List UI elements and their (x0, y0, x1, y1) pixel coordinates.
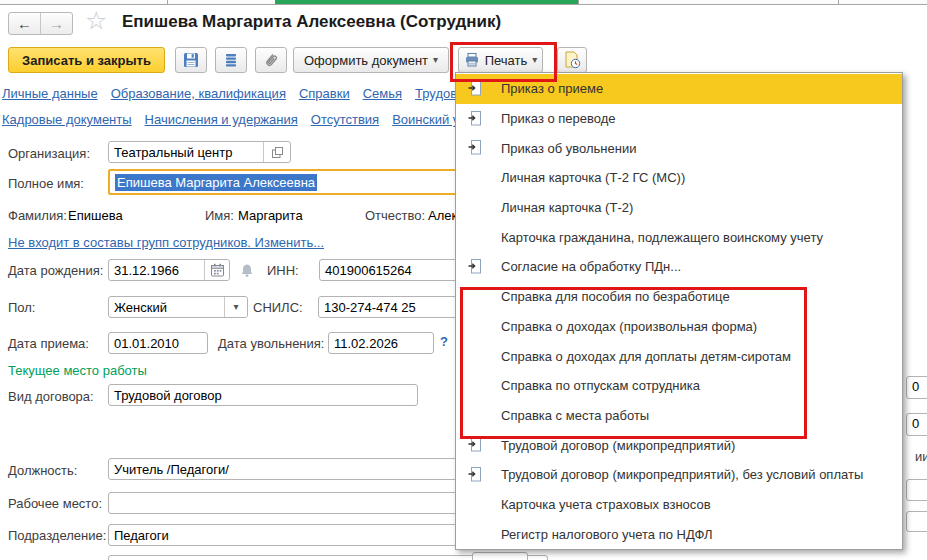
forward-arrow-icon: → (49, 15, 64, 32)
clipped-field-right-3[interactable] (906, 479, 927, 501)
tab-separator (167, 0, 168, 4)
chevron-down-icon: ▾ (532, 55, 537, 65)
menu-item-personal-card-t2[interactable]: Личная карточка (Т-2) (456, 193, 902, 223)
forward-button[interactable]: → (41, 13, 72, 34)
menu-item-personal-data-consent[interactable]: Согласие на обработку ПДн... (456, 252, 902, 282)
tab-family[interactable]: Семья (363, 86, 402, 101)
surname-value: Епишева (68, 208, 123, 223)
menu-item-hiring-order[interactable]: Приказ о приеме (456, 74, 902, 104)
menu-item-insurance-card[interactable]: Карточка учета страховых взносов (456, 490, 902, 520)
clipped-field-right-1[interactable]: 0 (906, 376, 927, 399)
birth-date-label: Дата рождения: (8, 263, 103, 278)
tab-hr-documents[interactable]: Кадровые документы (2, 112, 132, 127)
surname-label: Фамилия: (8, 208, 67, 223)
menu-item-micro-contract[interactable]: Трудовой договор (микропредприятий) (456, 430, 902, 460)
save-and-close-button[interactable]: Записать и закрыть (8, 47, 165, 73)
tab-accruals[interactable]: Начисления и удержания (145, 112, 298, 127)
calendar-picker-button[interactable] (204, 260, 229, 280)
menu-item-label: Личная карточка (Т-2 ГС (МС)) (501, 170, 685, 185)
menu-item-personal-card-t2gs[interactable]: Личная карточка (Т-2 ГС (МС)) (456, 163, 902, 193)
menu-item-ndfl-register[interactable]: Регистр налогового учета по НДФЛ (456, 519, 902, 549)
attachments-button[interactable] (255, 47, 287, 73)
create-document-button[interactable]: Оформить документ ▾ (293, 47, 449, 73)
menu-item-label: Согласие на обработку ПДн... (501, 259, 681, 274)
fire-date-value: 11.02.2026 (334, 336, 398, 351)
hire-date-field[interactable]: 01.01.2010 (108, 332, 208, 354)
contract-type-label: Вид договора: (8, 389, 94, 404)
menu-item-unemployment-certificate[interactable]: Справка для пособия по безработице (456, 282, 902, 312)
birth-date-field[interactable]: 31.12.1966 (108, 259, 230, 281)
print-form-icon (467, 139, 485, 157)
tab-certificates[interactable]: Справки (299, 86, 350, 101)
chevron-down-icon: ▾ (433, 55, 438, 65)
sex-combo[interactable]: Женский ▾ (108, 296, 248, 318)
menu-item-dismissal-order[interactable]: Приказ об увольнении (456, 133, 902, 163)
hire-date-label: Дата приема: (8, 336, 89, 351)
read-record-button[interactable] (215, 47, 247, 73)
tab-personal-data[interactable]: Личные данные (2, 86, 98, 101)
birth-date-value: 31.12.1966 (114, 263, 179, 278)
sex-combo-arrow[interactable]: ▾ (224, 297, 247, 317)
history-nav-group: ← → (8, 12, 73, 35)
list-stack-icon (222, 51, 240, 69)
print-label: Печать (485, 53, 528, 68)
tab-separator (578, 0, 579, 4)
sex-label: Пол: (8, 300, 36, 315)
inn-label: ИНН: (267, 263, 299, 278)
menu-item-military-citizen-card[interactable]: Карточка гражданина, подлежащего воинско… (456, 222, 902, 252)
workplace-label: Рабочее место: (8, 496, 102, 511)
menu-item-employment-certificate[interactable]: Справка с места работы (456, 401, 902, 431)
printer-icon (464, 52, 480, 68)
menu-item-label: Справка по отпускам сотрудника (501, 378, 700, 393)
employee-card-window: ← → ☆ Епишева Маргарита Алексеевна (Сотр… (0, 0, 927, 560)
print-form-icon (467, 436, 485, 454)
document-history-button[interactable] (557, 47, 587, 73)
tab-absences[interactable]: Отсутствия (311, 112, 379, 127)
department-value: Педагоги (114, 528, 169, 543)
full-name-value-selected: Епишева Маргарита Алексеевна (115, 174, 317, 191)
document-clock-icon (562, 51, 582, 69)
menu-item-label: Регистр налогового учета по НДФЛ (501, 527, 712, 542)
page-title: Епишева Маргарита Алексеевна (Сотрудник) (122, 12, 501, 32)
organization-label: Организация: (8, 146, 90, 161)
chevron-down-icon: ▾ (233, 302, 238, 312)
menu-item-transfer-order[interactable]: Приказ о переводе (456, 104, 902, 134)
paperclip-icon (262, 51, 280, 69)
back-button[interactable]: ← (9, 13, 41, 34)
snils-label: СНИЛС: (253, 300, 303, 315)
fire-date-field[interactable]: 11.02.2026 (328, 332, 434, 354)
patronymic-label: Отчество: (365, 208, 425, 223)
contract-type-field[interactable]: Трудовой договор (108, 384, 418, 406)
favorites-star-icon[interactable]: ☆ (85, 6, 107, 34)
save-and-close-label: Записать и закрыть (22, 53, 151, 68)
partial-field-under-menu (472, 552, 528, 560)
current-workplace-section-header: Текущее место работы (8, 363, 147, 378)
menu-item-vacation-certificate[interactable]: Справка по отпускам сотрудника (456, 371, 902, 401)
name-label: Имя: (205, 208, 234, 223)
menu-item-label: Трудовой договор (микропредприятий), без… (501, 467, 863, 482)
open-organization-button[interactable] (263, 142, 290, 162)
save-button[interactable] (175, 47, 207, 73)
menu-item-label: Справка о доходах (произвольная форма) (501, 319, 757, 334)
fire-date-label: Дата увольнения: (218, 336, 324, 351)
menu-item-income-certificate-orphans[interactable]: Справка о доходах для доплаты детям-сиро… (456, 341, 902, 371)
sex-value: Женский (114, 300, 167, 315)
clipped-label-right: ии (915, 449, 927, 464)
print-button[interactable]: Печать ▾ (458, 47, 543, 73)
print-dropdown-menu: Приказ о приеме Приказ о переводе Приказ… (455, 72, 903, 550)
menu-item-income-certificate-free-form[interactable]: Справка о доходах (произвольная форма) (456, 312, 902, 342)
inn-value: 401900615264 (325, 263, 412, 278)
menu-item-micro-contract-no-pay[interactable]: Трудовой договор (микропредприятий), без… (456, 460, 902, 490)
clipped-field-right-4[interactable] (906, 511, 927, 532)
print-form-icon (467, 466, 485, 484)
open-in-window-icon (271, 146, 284, 159)
fire-date-help-link[interactable]: ? (440, 334, 448, 349)
full-name-label: Полное имя: (8, 176, 84, 191)
employee-groups-link[interactable]: Не входит в составы групп сотрудников. И… (8, 235, 324, 250)
organization-field[interactable]: Театральный центр (108, 141, 291, 163)
clipped-value: 0 (912, 416, 919, 431)
clipped-field-right-2[interactable]: 0 (906, 413, 927, 436)
position-label: Должность: (8, 463, 77, 478)
menu-item-label: Приказ об увольнении (501, 141, 636, 156)
tab-education[interactable]: Образование, квалификация (111, 86, 286, 101)
